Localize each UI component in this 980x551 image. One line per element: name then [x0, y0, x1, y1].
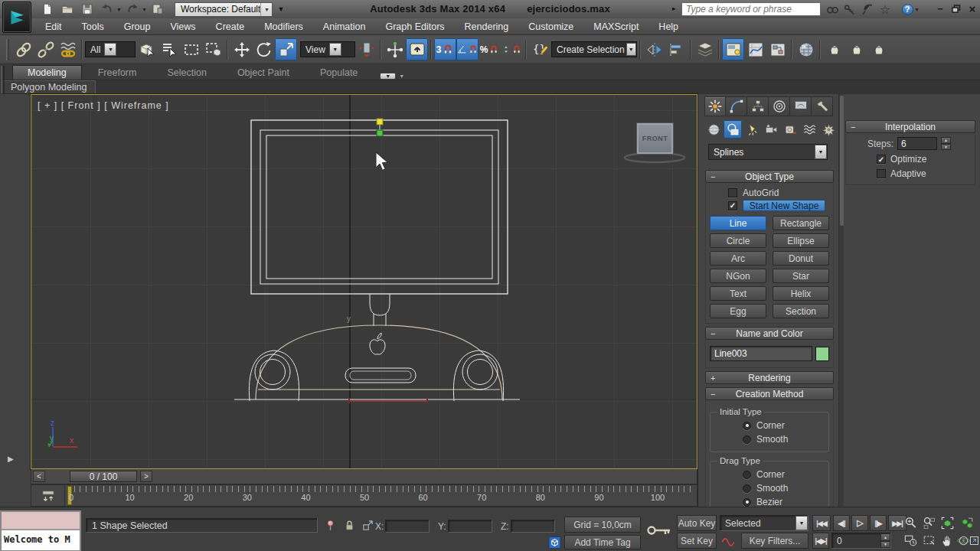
sub-helpers[interactable]: [781, 120, 799, 139]
select-and-scale-button[interactable]: [275, 38, 297, 60]
menu-graph-editors[interactable]: Graph Editors: [375, 18, 454, 35]
viewport-label[interactable]: [ + ] [ Front ] [ Wireframe ]: [38, 100, 169, 111]
shape-category-dropdown[interactable]: Splines▼: [708, 144, 828, 160]
absolute-offset-mode-toggle[interactable]: [360, 517, 375, 533]
viewport-front[interactable]: y z y x [ + ] [ Front ] [ Wireframe ] FR…: [31, 94, 697, 469]
sign-in-button[interactable]: [841, 2, 858, 17]
undo-button[interactable]: [98, 2, 116, 17]
snaps-toggle-3d[interactable]: 3: [434, 38, 456, 60]
set-keys-button[interactable]: [645, 514, 674, 547]
steps-field[interactable]: 6: [897, 137, 937, 150]
select-and-manipulate-button[interactable]: [384, 38, 406, 60]
selection-filter-arrow[interactable]: ▼: [104, 43, 116, 56]
selection-filter-dropdown[interactable]: All▼: [85, 41, 136, 57]
zoom-extents-all-button[interactable]: [959, 515, 975, 530]
menu-rendering[interactable]: Rendering: [455, 18, 519, 35]
shape-button-star[interactable]: Star: [773, 269, 829, 283]
next-frame-slider-button[interactable]: >: [140, 471, 152, 482]
application-menu-button[interactable]: [2, 2, 31, 33]
menu-modifiers[interactable]: Modifiers: [254, 18, 313, 35]
time-slider-handle[interactable]: 0 / 100: [70, 471, 137, 482]
menu-tools[interactable]: Tools: [72, 18, 114, 35]
menu-create[interactable]: Create: [206, 18, 255, 35]
shape-button-donut[interactable]: Donut: [773, 251, 829, 266]
start-new-shape-checkbox[interactable]: ✓: [728, 201, 737, 210]
listener-output[interactable]: Welcome to M: [2, 530, 80, 549]
zoom-button[interactable]: [903, 515, 919, 530]
sub-space-warps[interactable]: [800, 120, 818, 139]
ribbon-tab-modeling[interactable]: Modeling: [12, 65, 82, 80]
material-editor-button[interactable]: [795, 38, 817, 60]
restore-button[interactable]: [949, 2, 964, 15]
pan-view-button[interactable]: [939, 533, 956, 548]
steps-spinner[interactable]: ▲▼: [941, 137, 951, 150]
rollout-header-object-type[interactable]: −Object Type: [705, 170, 834, 183]
time-configuration-button[interactable]: [903, 533, 919, 548]
viewcube[interactable]: FRONT: [637, 123, 673, 154]
toolbar-grip[interactable]: [6, 39, 9, 60]
field-of-view-region-button[interactable]: [921, 533, 937, 548]
redo-dropdown-arrow[interactable]: ▼: [142, 7, 147, 12]
percent-snap-toggle[interactable]: %: [479, 38, 501, 60]
rectangular-selection-region-button[interactable]: [180, 38, 202, 60]
menu-views[interactable]: Views: [160, 18, 205, 35]
graphite-ribbon-toggle[interactable]: [722, 38, 744, 60]
play-animation-button[interactable]: ▷: [851, 515, 868, 531]
current-frame-field[interactable]: 0▲▼: [831, 533, 891, 549]
track-bar[interactable]: 0102030405060708090100: [31, 484, 697, 507]
initial-type-radio-smooth[interactable]: [743, 435, 751, 444]
save-file-button[interactable]: [78, 2, 96, 17]
command-panel-scrollbar[interactable]: [838, 94, 844, 507]
object-name-field[interactable]: Line003: [710, 346, 812, 361]
rollout-header-name-and-color[interactable]: −Name and Color: [705, 327, 834, 340]
bind-to-space-warp-button[interactable]: [57, 38, 79, 60]
search-input[interactable]: [681, 2, 821, 16]
favorites-button[interactable]: ☆: [877, 2, 893, 17]
z-coord-field[interactable]: [511, 520, 555, 533]
previous-frame-slider-button[interactable]: <: [33, 471, 45, 482]
drag-type-radio-corner[interactable]: [743, 471, 751, 479]
previous-frame-button[interactable]: ◀||: [833, 515, 850, 531]
curve-editor-button[interactable]: [744, 38, 766, 60]
panel-expand-arrow[interactable]: ▶: [8, 455, 14, 463]
minimize-button[interactable]: −: [933, 2, 948, 15]
undo-dropdown-arrow[interactable]: ▼: [116, 7, 122, 12]
time-tag-cube-icon[interactable]: [546, 535, 563, 550]
shape-button-circle[interactable]: Circle: [710, 233, 766, 248]
manage-layers-button[interactable]: [694, 38, 716, 60]
optimize-checkbox[interactable]: ✓: [877, 155, 886, 164]
help-button[interactable]: ?: [899, 2, 916, 17]
maximize-viewport-toggle[interactable]: [968, 533, 980, 548]
shape-button-section[interactable]: Section: [773, 304, 829, 318]
ribbon-tab-freeform[interactable]: Freeform: [83, 66, 152, 80]
maxscript-mini-listener[interactable]: Welcome to M: [0, 510, 81, 551]
ribbon-tab-populate[interactable]: Populate: [305, 66, 372, 80]
drag-type-radio-bezier[interactable]: [743, 498, 751, 507]
project-folder-button[interactable]: [149, 2, 167, 17]
search-collapse-arrow[interactable]: ▸: [672, 5, 676, 12]
tab-display[interactable]: [790, 96, 812, 116]
select-by-name-button[interactable]: [158, 38, 180, 60]
menu-group[interactable]: Group: [114, 18, 161, 35]
set-key-button[interactable]: Set Key: [677, 533, 717, 549]
tab-hierarchy[interactable]: [747, 96, 769, 116]
start-new-shape-button[interactable]: Start New Shape: [743, 200, 825, 211]
listener-macro-recorder[interactable]: [2, 512, 80, 530]
adaptive-checkbox[interactable]: [877, 169, 886, 178]
go-to-start-button[interactable]: |◀◀: [812, 515, 831, 531]
align-button[interactable]: [665, 38, 688, 60]
use-pivot-point-center-button[interactable]: [355, 38, 377, 60]
sub-lights[interactable]: [743, 120, 761, 139]
x-coord-field[interactable]: [385, 520, 430, 533]
ribbon-minimize-button[interactable]: ▼: [380, 73, 396, 80]
named-set-arrow[interactable]: ▼: [626, 43, 636, 56]
menu-help[interactable]: Help: [648, 18, 688, 35]
ribbon-grip[interactable]: [1, 66, 5, 93]
keyboard-shortcut-override-toggle[interactable]: [406, 38, 428, 60]
tab-utilities[interactable]: [812, 96, 833, 116]
render-setup-button[interactable]: [823, 38, 845, 60]
window-crossing-toggle[interactable]: [202, 38, 224, 60]
spinner-snap-toggle[interactable]: [501, 38, 523, 60]
tab-create[interactable]: [704, 96, 726, 116]
default-in-out-tangents-button[interactable]: [718, 533, 738, 548]
